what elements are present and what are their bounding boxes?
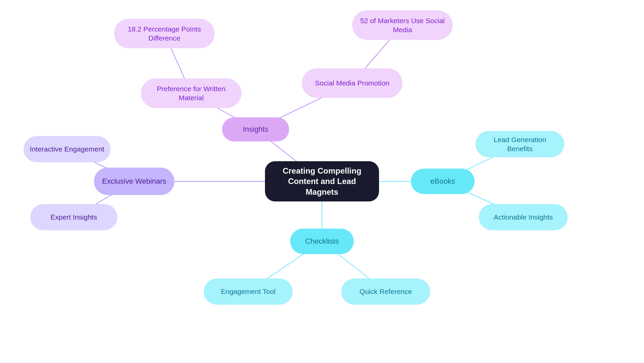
node-expert[interactable]: Expert Insights xyxy=(30,204,117,230)
node-ebooks[interactable]: eBooks xyxy=(411,169,475,194)
node-actionable[interactable]: Actionable Insights xyxy=(479,204,568,230)
node-preference[interactable]: Preference for Written Material xyxy=(141,78,241,108)
mindmap-container: Creating Compelling Content and Lead Mag… xyxy=(0,0,644,363)
node-marketers[interactable]: 52 of Marketers Use Social Media xyxy=(352,10,453,40)
node-social_promo[interactable]: Social Media Promotion xyxy=(302,68,402,98)
node-interactive[interactable]: Interactive Engagement xyxy=(23,136,111,162)
node-insights[interactable]: Insights xyxy=(222,117,289,141)
node-webinars[interactable]: Exclusive Webinars xyxy=(94,168,174,195)
node-percentage[interactable]: 18.2 Percentage Points Difference xyxy=(114,19,215,48)
node-engagement_tool[interactable]: Engagement Tool xyxy=(204,279,293,305)
node-checklists[interactable]: Checklists xyxy=(290,229,354,254)
node-center[interactable]: Creating Compelling Content and Lead Mag… xyxy=(265,161,379,201)
node-quick_ref[interactable]: Quick Reference xyxy=(341,279,430,305)
node-lead_gen[interactable]: Lead Generation Benefits xyxy=(476,131,565,157)
